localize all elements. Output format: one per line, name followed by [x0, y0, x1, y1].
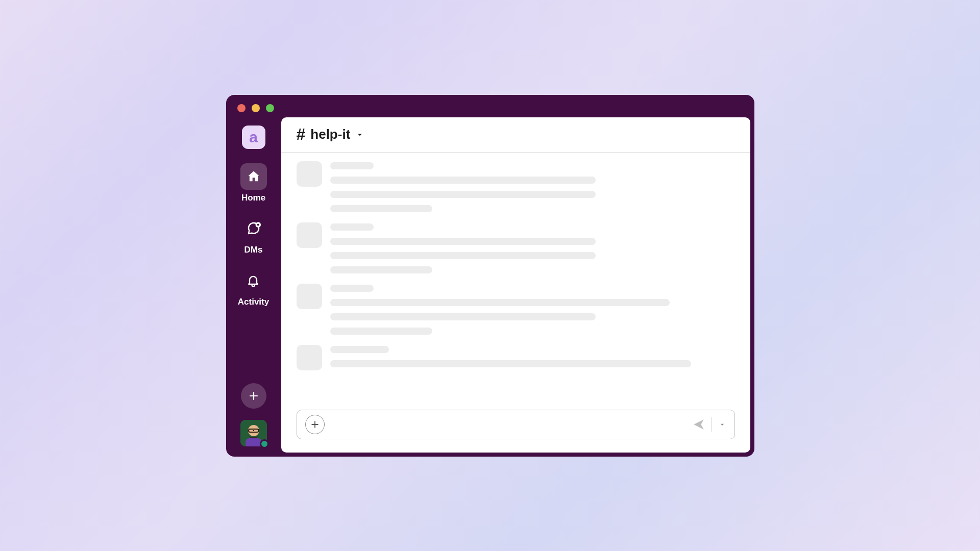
avatar-placeholder	[297, 222, 322, 248]
name-placeholder	[330, 223, 374, 231]
home-icon	[247, 169, 261, 184]
user-menu[interactable]	[240, 420, 267, 446]
text-placeholder	[330, 205, 432, 212]
attach-button[interactable]	[305, 415, 325, 434]
workspace-switcher[interactable]: a	[242, 126, 265, 149]
sidebar: a Home DMs	[226, 95, 281, 457]
compose-button[interactable]	[241, 383, 266, 409]
text-placeholder	[330, 360, 691, 367]
composer	[281, 410, 750, 453]
window-close-button[interactable]	[237, 104, 246, 112]
sidebar-item-label: Home	[241, 193, 265, 203]
divider	[712, 417, 712, 432]
bell-icon	[246, 273, 260, 288]
sidebar-item-label: Activity	[238, 297, 269, 307]
plus-icon	[248, 390, 260, 402]
app-window: a Home DMs	[226, 95, 754, 457]
text-placeholder	[330, 238, 596, 245]
message-placeholder	[297, 222, 735, 273]
text-placeholder	[330, 313, 596, 320]
message-placeholder	[297, 345, 735, 370]
text-placeholder	[330, 266, 432, 273]
workspace-glyph: a	[249, 129, 258, 146]
message-input[interactable]	[297, 410, 735, 439]
text-placeholder	[330, 191, 596, 198]
avatar-placeholder	[297, 161, 322, 187]
presence-indicator	[260, 439, 269, 448]
text-placeholder	[330, 299, 670, 306]
text-placeholder	[330, 177, 596, 184]
send-icon[interactable]	[692, 418, 705, 431]
text-placeholder	[330, 252, 596, 259]
channel-header[interactable]: # help-it	[281, 117, 750, 153]
message-list	[281, 153, 750, 410]
window-maximize-button[interactable]	[266, 104, 274, 112]
name-placeholder	[330, 285, 374, 292]
channel-name: help-it	[310, 127, 350, 142]
text-placeholder	[330, 328, 432, 335]
name-placeholder	[330, 346, 389, 353]
name-placeholder	[330, 162, 374, 169]
window-minimize-button[interactable]	[252, 104, 260, 112]
sidebar-item-label: DMs	[244, 245, 263, 255]
sidebar-item-home[interactable]: Home	[240, 163, 267, 203]
plus-icon	[310, 419, 320, 430]
dms-icon	[246, 221, 261, 236]
avatar-placeholder	[297, 284, 322, 309]
window-controls	[237, 104, 274, 112]
sidebar-item-activity[interactable]: Activity	[238, 267, 269, 307]
sidebar-item-dms[interactable]: DMs	[240, 215, 267, 255]
message-placeholder	[297, 284, 735, 335]
main-panel: # help-it	[281, 117, 750, 453]
chevron-down-icon	[355, 130, 364, 139]
hash-icon: #	[297, 125, 306, 144]
svg-rect-6	[246, 438, 262, 446]
avatar-placeholder	[297, 345, 322, 370]
chevron-down-icon[interactable]	[718, 420, 726, 429]
message-placeholder	[297, 161, 735, 212]
